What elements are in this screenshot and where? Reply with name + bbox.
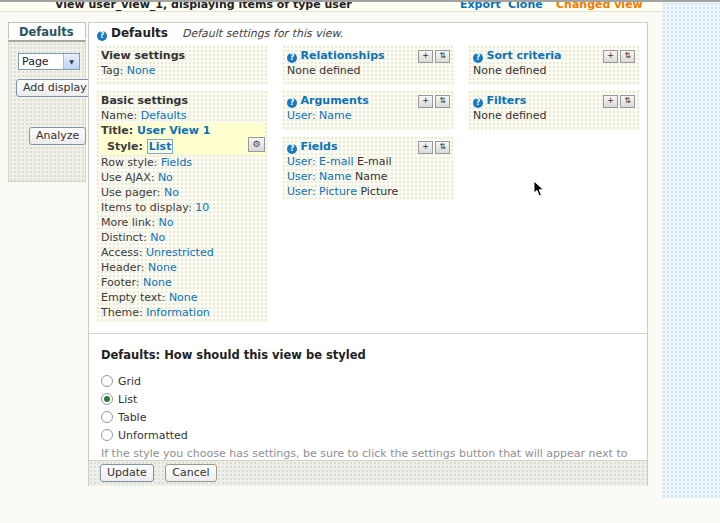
rearrange-icon[interactable]: ⇅ [435,50,450,63]
box-ops: +⇅ [601,50,635,63]
add-icon[interactable]: + [418,141,433,154]
radio-button[interactable] [101,375,113,387]
tag-label: Tag: [101,64,123,77]
cancel-button[interactable]: Cancel [165,464,216,482]
radio-button[interactable] [101,393,113,405]
setting-label: Row style: [101,156,157,169]
rearrange-icon[interactable]: ⇅ [435,141,450,154]
setting-value-link[interactable]: No [164,186,179,199]
setting-row: Access: Unrestricted [101,245,263,260]
radio-label[interactable]: Unformatted [118,429,188,442]
box-ops: +⇅ [416,141,450,154]
setting-label: Footer: [101,276,140,289]
tag-value-link[interactable]: None [127,64,156,77]
help-icon[interactable]: ? [287,53,297,63]
tag-row: Tag: None [101,63,263,78]
arguments-box: +⇅ ? Arguments User: Name [282,90,455,130]
setting-value-link[interactable]: None [169,291,198,304]
add-display-button[interactable]: Add display [16,79,94,97]
setting-label: Title: [101,124,133,137]
filters-title-link[interactable]: Filters [487,94,527,107]
add-icon[interactable]: + [418,50,433,63]
background-pattern [662,2,720,499]
sort-criteria-title-link[interactable]: Sort criteria [487,49,562,62]
setting-row: Use pager: No [101,185,263,200]
setting-row: Footer: None [101,275,263,290]
rearrange-icon[interactable]: ⇅ [620,95,635,108]
display-type-select-value: Page [22,55,49,68]
setting-value-link[interactable]: No [158,171,173,184]
argument-item: User: Name [287,108,450,123]
field-link[interactable]: User: Picture [287,185,357,198]
chevron-down-icon[interactable]: ▼ [63,54,79,69]
radio-label[interactable]: List [118,393,137,406]
setting-value-link[interactable]: List [147,139,174,154]
form-divider [89,333,647,334]
setting-row: Distinct: No [101,230,263,245]
field-link[interactable]: User: Name [287,170,352,183]
add-icon[interactable]: + [603,95,618,108]
setting-label: Access: [101,246,142,259]
setting-value-link[interactable]: Defaults [141,109,187,122]
setting-value-link[interactable]: User View 1 [137,124,210,137]
help-icon[interactable]: ? [287,98,297,108]
fields-box: +⇅ ? Fields User: E-mail E-mail User: Na… [282,136,455,200]
setting-value-link[interactable]: 10 [195,201,209,214]
help-icon[interactable]: ? [97,31,107,41]
setting-value-link[interactable]: None [143,276,172,289]
radio-label[interactable]: Table [118,411,146,424]
arguments-title-link[interactable]: Arguments [301,94,369,107]
help-icon[interactable]: ? [473,53,483,63]
add-icon[interactable]: + [603,50,618,63]
tab-defaults[interactable]: Defaults [8,22,86,39]
empty-text: None defined [473,108,635,123]
setting-value-link[interactable]: Information [146,306,210,319]
fields-title-link[interactable]: Fields [301,140,338,153]
setting-value-link[interactable]: No [158,216,173,229]
views-edit-page: View user_view_1, displaying items of ty… [0,0,720,523]
setting-value-link[interactable]: Fields [161,156,192,169]
add-icon[interactable]: + [418,95,433,108]
export-link[interactable]: Export [460,2,501,11]
style-option-grid[interactable]: Grid [101,375,141,391]
display-title: Defaults [111,26,168,40]
setting-row: Header: None [101,260,263,275]
clone-link[interactable]: Clone [508,2,543,11]
help-icon[interactable]: ? [473,98,483,108]
style-option-list[interactable]: List [101,393,137,409]
display-settings-panel: ?DefaultsDefault settings for this view.… [88,22,648,486]
setting-value-link[interactable]: No [150,231,165,244]
field-link[interactable]: User: E-mail [287,155,354,168]
update-button[interactable]: Update [100,464,154,482]
display-header: ?DefaultsDefault settings for this view. [97,26,343,41]
setting-row: Row style: Fields [101,155,263,170]
display-type-select[interactable]: Page ▼ [18,53,80,70]
style-form-heading: Defaults: How should this view be styled [101,348,366,362]
setting-label: Theme: [101,306,143,319]
view-settings-box: View settings Tag: None [96,45,268,85]
style-settings-gear-icon[interactable]: ⚙ [248,137,265,152]
radio-button[interactable] [101,429,113,441]
changed-view-link[interactable]: Changed view [556,2,643,11]
rearrange-icon[interactable]: ⇅ [435,95,450,108]
basic-settings-title: Basic settings [101,94,263,108]
setting-value-link[interactable]: Unrestricted [146,246,214,259]
box-ops: +⇅ [416,50,450,63]
radio-button[interactable] [101,411,113,423]
setting-value-link[interactable]: None [148,261,177,274]
setting-label: Empty text: [101,291,165,304]
analyze-button[interactable]: Analyze [29,127,86,145]
rearrange-icon[interactable]: ⇅ [620,50,635,63]
box-ops: +⇅ [601,95,635,108]
setting-label: Style: [107,140,143,153]
setting-row: Empty text: None [101,290,263,305]
view-settings-title: View settings [101,49,263,63]
help-icon[interactable]: ? [287,144,297,154]
style-option-table[interactable]: Table [101,411,146,427]
relationships-title-link[interactable]: Relationships [301,49,385,62]
setting-row: Theme: Information [101,305,263,320]
radio-label[interactable]: Grid [118,375,141,388]
setting-label: More link: [101,216,155,229]
style-option-unformatted[interactable]: Unformatted [101,429,188,445]
argument-link[interactable]: User: Name [287,109,352,122]
